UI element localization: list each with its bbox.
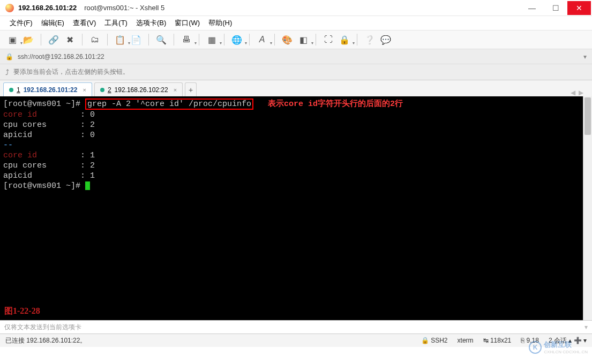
address-bar: 🔒 ssh://root@192.168.26.101:22 ▾	[0, 49, 592, 64]
tab-close-icon[interactable]: ×	[83, 87, 86, 93]
status-bar: 已连接 192.168.26.101:22。 🔒 SSH2 xterm ↹ 11…	[0, 334, 592, 347]
output-line: cpu cores : 2	[3, 120, 95, 130]
terminal-container: [root@vms001 ~]# grep -A 2 '^core id' /p…	[0, 96, 592, 320]
output-val: : 0	[80, 110, 95, 119]
reconnect-icon[interactable]: 🔗	[47, 33, 61, 47]
command-highlight-box: grep -A 2 '^core id' /proc/cpuinfo	[85, 98, 253, 110]
help-icon[interactable]: ❔	[363, 33, 377, 47]
properties-icon[interactable]: 🗂	[88, 33, 102, 47]
tab-strip: 1 192.168.26.101:22 × 2 192.168.26.102:2…	[0, 80, 592, 96]
open-icon[interactable]: 📂	[21, 33, 35, 47]
fullscreen-icon[interactable]: ⛶	[321, 33, 335, 47]
scrollbar-thumb[interactable]	[584, 97, 591, 135]
layout-icon[interactable]: ▦	[205, 33, 219, 47]
toolbar-separator	[107, 34, 108, 46]
lock-icon[interactable]: 🔒	[338, 33, 351, 47]
toolbar-separator	[224, 34, 224, 46]
menubar: 文件(F) 编辑(E) 查看(V) 工具(T) 选项卡(B) 窗口(W) 帮助(…	[0, 16, 592, 30]
copy-icon[interactable]: 📋	[113, 33, 127, 47]
status-dot-icon	[9, 88, 13, 92]
color-icon[interactable]: 🎨	[280, 33, 294, 47]
window-title: 192.168.26.101:22	[18, 4, 77, 12]
toolbar-separator	[357, 34, 357, 46]
cursor	[85, 181, 90, 190]
watermark-sub: CXHLCN CDCXHL.CN	[544, 350, 588, 354]
output-key: core id	[3, 110, 80, 119]
add-session-arrow-icon[interactable]: ⤴	[5, 68, 9, 77]
globe-icon[interactable]: 🌐	[230, 33, 244, 47]
toolbar: ▣ 📂 🔗 ✖ 🗂 📋 📄 🔍 🖶 ▦ 🌐 A 🎨 ◧ ⛶ 🔒 ❔ 💬	[0, 30, 592, 49]
hint-bar: ⤴ 要添加当前会话，点击左侧的箭头按钮。	[0, 64, 592, 80]
tab-number: 1	[17, 86, 20, 94]
window-controls: — ☐ ✕	[520, 1, 591, 15]
print-icon[interactable]: 🖶	[179, 33, 193, 47]
chat-icon[interactable]: 💬	[379, 33, 393, 47]
find-icon[interactable]: 🔍	[154, 33, 168, 47]
toolbar-separator	[316, 34, 316, 46]
tab-number: 2	[108, 86, 111, 94]
status-ssh: 🔒 SSH2	[421, 337, 448, 344]
terminal-scrollbar[interactable]	[583, 96, 592, 320]
toolbar-separator	[199, 34, 199, 46]
tab-label: 192.168.26.102:22	[115, 86, 168, 94]
window-subtitle: root@vms001:~ - Xshell 5	[84, 4, 164, 12]
new-session-icon[interactable]: ▣	[5, 33, 19, 47]
terminal[interactable]: [root@vms001 ~]# grep -A 2 '^core id' /p…	[0, 96, 592, 320]
close-button[interactable]: ✕	[567, 1, 591, 15]
status-size: ↹ 118x21	[483, 337, 512, 344]
minimize-button[interactable]: —	[520, 1, 544, 15]
output-line: apicid : 1	[3, 171, 95, 180]
toolbar-separator	[82, 34, 83, 46]
command-text: grep -A 2 '^core id' /proc/cpuinfo	[87, 100, 251, 109]
tab-prev-icon[interactable]: ◀	[571, 89, 575, 96]
output-line: apicid : 0	[3, 131, 95, 140]
session-tab-2[interactable]: 2 192.168.26.102:22 ×	[94, 82, 183, 96]
hint-text: 要添加当前会话，点击左侧的箭头按钮。	[13, 67, 129, 77]
toolbar-separator	[274, 34, 275, 46]
menu-tabs[interactable]: 选项卡(B)	[133, 17, 169, 29]
output-val: : 1	[80, 151, 95, 160]
status-sessions: 2 会话 ▴ ➕ ▾	[549, 336, 587, 345]
output-line: cpu cores : 2	[3, 161, 95, 170]
figure-label: 图1-22-28	[4, 306, 40, 317]
disconnect-icon[interactable]: ✖	[63, 33, 77, 47]
toolbar-separator	[148, 34, 149, 46]
status-connected: 已连接 192.168.26.101:22。	[5, 336, 411, 345]
tab-close-icon[interactable]: ×	[174, 87, 177, 93]
output-key: core id	[3, 151, 80, 160]
menu-help[interactable]: 帮助(H)	[205, 17, 235, 29]
add-tab-button[interactable]: +	[185, 82, 197, 96]
address-url[interactable]: ssh://root@192.168.26.101:22	[18, 53, 579, 60]
annotation-text: 表示core id字符开头行的后面的2行	[268, 100, 403, 109]
output-separator: --	[3, 141, 13, 150]
lock-small-icon: 🔒	[5, 53, 13, 60]
app-icon	[5, 4, 14, 12]
tab-label: 192.168.26.101:22	[24, 86, 78, 94]
prompt: [root@vms001 ~]#	[3, 181, 85, 191]
prompt: [root@vms001 ~]#	[3, 100, 85, 109]
titlebar: 192.168.26.101:22 root@vms001:~ - Xshell…	[0, 0, 592, 16]
palette-icon[interactable]: ◧	[296, 33, 310, 47]
status-dot-icon	[100, 88, 104, 92]
menu-tools[interactable]: 工具(T)	[101, 17, 131, 29]
chevron-down-icon[interactable]: ▾	[584, 323, 588, 331]
send-bar[interactable]: 仅将文本发送到当前选项卡 ▾	[0, 320, 592, 334]
toolbar-separator	[41, 34, 41, 46]
menu-view[interactable]: 查看(V)	[70, 17, 99, 29]
status-pos: ⎘ 9,18	[521, 337, 539, 344]
status-term: xterm	[458, 337, 474, 344]
toolbar-separator	[174, 34, 174, 46]
font-icon[interactable]: A	[255, 33, 269, 47]
menu-file[interactable]: 文件(F)	[6, 17, 36, 29]
maximize-button[interactable]: ☐	[544, 1, 567, 15]
toolbar-separator	[249, 34, 250, 46]
send-placeholder: 仅将文本发送到当前选项卡	[4, 323, 81, 332]
session-tab-1[interactable]: 1 192.168.26.101:22 ×	[3, 82, 92, 96]
tab-nav: ◀ ▶	[571, 89, 589, 96]
tab-next-icon[interactable]: ▶	[579, 89, 583, 96]
chevron-down-icon[interactable]: ▾	[583, 53, 587, 60]
menu-edit[interactable]: 编辑(E)	[38, 17, 68, 29]
paste-icon[interactable]: 📄	[129, 33, 143, 47]
menu-window[interactable]: 窗口(W)	[171, 17, 203, 29]
